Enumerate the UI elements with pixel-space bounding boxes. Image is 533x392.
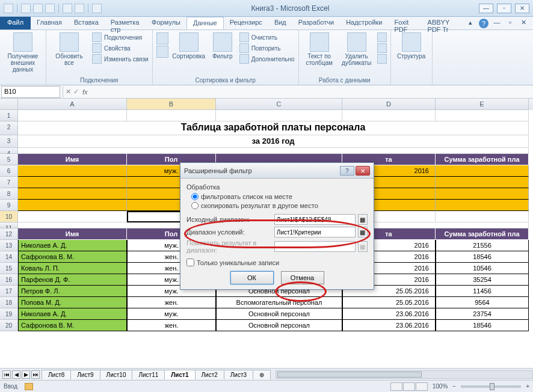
row-header[interactable]: 14 xyxy=(0,251,18,263)
data-tool-icon[interactable] xyxy=(377,32,387,42)
external-data-button[interactable]: Получение внешних данных xyxy=(4,32,42,73)
cell-category[interactable]: Вспомогательный персонал xyxy=(216,297,342,308)
cell[interactable] xyxy=(436,165,529,177)
cell[interactable] xyxy=(18,110,127,121)
row-header[interactable]: 12 xyxy=(0,228,18,240)
ref-select-button[interactable]: ▦ xyxy=(358,214,368,225)
cell[interactable] xyxy=(18,200,127,211)
zoom-in-button[interactable]: + xyxy=(526,383,529,390)
ok-button[interactable]: ОК xyxy=(230,271,274,284)
cell[interactable] xyxy=(342,110,436,121)
cell-date[interactable]: 23.06.2016 xyxy=(342,320,436,331)
select-all-corner[interactable] xyxy=(0,99,18,110)
view-pagebreak-button[interactable] xyxy=(416,382,428,391)
cell[interactable] xyxy=(18,148,529,154)
refresh-all-button[interactable]: Обновить все xyxy=(50,32,88,66)
workbook-min-icon[interactable]: — xyxy=(492,19,502,28)
minimize-ribbon-icon[interactable]: ▴ xyxy=(466,19,475,28)
radio-copy-to[interactable]: скопировать результат в другое место xyxy=(191,202,368,209)
excel-icon[interactable] xyxy=(4,4,13,13)
connections-button[interactable]: Подключения xyxy=(92,32,149,42)
undo-icon[interactable] xyxy=(33,4,43,13)
row-header[interactable]: 15 xyxy=(0,263,18,274)
header-sum[interactable]: Сумма заработной пла xyxy=(436,154,529,165)
tab-abbyy[interactable]: ABBYY PDF Tr xyxy=(422,17,466,29)
restore-button[interactable]: ▫ xyxy=(497,4,511,13)
cell[interactable] xyxy=(18,211,127,222)
header-name[interactable]: Имя xyxy=(18,228,127,240)
cell-name[interactable]: Николаев А. Д. xyxy=(18,308,127,320)
radio-input[interactable] xyxy=(191,202,199,209)
qat-icon[interactable] xyxy=(92,4,102,13)
row-header[interactable]: 16 xyxy=(0,274,18,286)
row-header[interactable]: 5 xyxy=(0,154,18,165)
radio-filter-in-place[interactable]: фильтровать список на месте xyxy=(191,193,368,200)
tab-view[interactable]: Вид xyxy=(268,17,292,29)
cell-sum[interactable]: 18546 xyxy=(436,251,529,263)
clear-filter-button[interactable]: Очистить xyxy=(239,32,295,42)
qat-icon[interactable] xyxy=(63,4,72,13)
cell-name[interactable]: Попова М. Д. xyxy=(18,297,127,308)
cell-sum[interactable]: 10546 xyxy=(436,263,529,274)
cell-sum[interactable]: 18546 xyxy=(436,320,529,331)
cell-category[interactable]: Основной персонал xyxy=(216,320,342,331)
file-tab[interactable]: Файл xyxy=(0,17,31,29)
cell-category[interactable]: Основной персонал xyxy=(216,308,342,320)
reapply-button[interactable]: Повторить xyxy=(239,43,295,53)
close-button[interactable]: ✕ xyxy=(515,4,529,13)
cell-sum[interactable]: 23754 xyxy=(436,308,529,320)
cell[interactable] xyxy=(436,188,529,200)
advanced-filter-button[interactable]: Дополнительно xyxy=(239,54,295,64)
tab-foxit[interactable]: Foxit PDF xyxy=(388,17,421,29)
row-header[interactable]: 19 xyxy=(0,308,18,320)
row-header[interactable]: 9 xyxy=(0,200,18,211)
cell-sum[interactable]: 21556 xyxy=(436,240,529,251)
checkbox-input[interactable] xyxy=(186,259,194,266)
cell[interactable] xyxy=(18,165,127,177)
cell-gender[interactable]: жен. xyxy=(127,297,216,308)
cell-sum[interactable]: 35254 xyxy=(436,274,529,286)
cell-name[interactable]: Петров Ф. Л. xyxy=(18,286,127,297)
tab-formulas[interactable]: Формулы xyxy=(146,17,186,29)
workbook-close-icon[interactable]: ✕ xyxy=(519,19,528,28)
cell-name[interactable]: Парфенов Д. Ф. xyxy=(18,274,127,286)
row-header[interactable]: 1 xyxy=(0,110,18,121)
ref-select-button[interactable]: ▦ xyxy=(358,227,368,237)
structure-button[interactable]: Структура xyxy=(395,32,428,60)
cell[interactable] xyxy=(18,177,127,188)
cell-name[interactable]: Коваль Л. П. xyxy=(18,263,127,274)
insert-sheet-button[interactable]: ⊕ xyxy=(253,370,271,379)
sheet-tab[interactable]: Лист3 xyxy=(224,370,253,379)
table-title[interactable]: Таблица заработной платы персонала xyxy=(18,121,529,135)
minimize-button[interactable]: — xyxy=(479,4,493,13)
cancel-button[interactable]: Отмена xyxy=(281,271,324,284)
cell-date[interactable]: 23.06.2016 xyxy=(342,308,436,320)
filter-button[interactable]: Фильтр xyxy=(209,32,236,60)
header-name[interactable]: Имя xyxy=(18,154,127,165)
cell[interactable] xyxy=(436,177,529,188)
row-header[interactable]: 3 xyxy=(0,135,18,148)
cell[interactable] xyxy=(436,211,529,222)
row-header[interactable]: 11 xyxy=(0,222,18,228)
header-sum[interactable]: Сумма заработной пла xyxy=(436,228,529,240)
cell-gender[interactable]: жен. xyxy=(127,320,216,331)
accept-formula-icon[interactable]: ✓ xyxy=(73,88,79,96)
cell[interactable] xyxy=(18,188,127,200)
tab-addins[interactable]: Надстройки xyxy=(340,17,388,29)
zoom-slider[interactable] xyxy=(461,385,521,388)
row-header[interactable]: 7 xyxy=(0,177,18,188)
cell-name[interactable]: Николаев А. Д. xyxy=(18,240,127,251)
cell-date[interactable]: 25.05.2016 xyxy=(342,297,436,308)
sheet-tab[interactable]: Лист9 xyxy=(70,370,100,379)
row-header[interactable]: 13 xyxy=(0,240,18,251)
fx-icon[interactable]: fx xyxy=(82,88,88,96)
tab-home[interactable]: Главная xyxy=(31,17,68,29)
row-header[interactable]: 4 xyxy=(0,148,18,154)
cell-sum[interactable]: 9564 xyxy=(436,297,529,308)
tab-review[interactable]: Рецензирс xyxy=(224,17,268,29)
col-header-A[interactable]: A xyxy=(18,99,127,110)
help-icon[interactable]: ? xyxy=(479,19,488,28)
row-header[interactable]: 8 xyxy=(0,188,18,200)
table-subtitle[interactable]: за 2016 год xyxy=(18,135,529,148)
sheet-tab[interactable]: Лист8 xyxy=(42,370,71,379)
